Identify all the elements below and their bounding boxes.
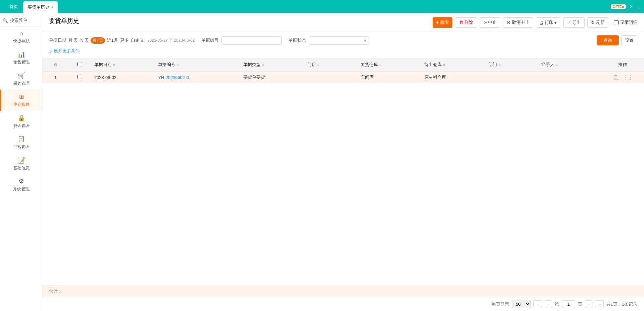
date-range-text: 2023-05-27 至 2023-06-02	[147, 38, 195, 43]
stop-button[interactable]: ⊘ 中止	[480, 17, 501, 28]
close-window-icon[interactable]: ×	[630, 4, 633, 10]
select-all-checkbox[interactable]	[77, 62, 82, 66]
col-req-wh[interactable]: 要货仓库⇅	[357, 58, 421, 72]
row-wait-wh: 原材料仓库	[420, 72, 484, 83]
purchase-icon: 🛒	[18, 72, 25, 79]
date-today[interactable]: 今天	[80, 37, 89, 43]
sidebar-item-finance-label: 资金管理	[13, 123, 30, 129]
prev-page-btn[interactable]: ‹	[545, 300, 552, 308]
sort-store-icon: ⇅	[317, 63, 320, 67]
quick-nav-icon: ⌂	[20, 30, 23, 37]
add-button[interactable]: + 新增	[433, 17, 452, 28]
date-more[interactable]: 更多	[120, 37, 129, 43]
data-table: ⚙ 单据日期⇅ 单据编号⇅ 单据类型⇅	[42, 58, 644, 83]
search-icon: 🔍	[3, 18, 8, 23]
toolbar: + 新增 🗑 删除 ⊘ 中止 ⊘ 取消中止 🖨 打印 ▾ ↗ 导出 ↻ 刷新	[433, 17, 637, 28]
col-dept[interactable]: 部门⇅	[484, 58, 538, 72]
sidebar-item-sales-label: 销售管理	[13, 59, 30, 65]
sort-wait-wh-icon: ⇅	[443, 63, 445, 67]
system-icon: ⚙	[19, 178, 24, 185]
show-detail-input[interactable]	[614, 20, 619, 25]
sort-date-icon: ⇅	[113, 63, 115, 67]
col-no[interactable]: 单据编号⇅	[154, 58, 239, 72]
query-button[interactable]: 查询	[597, 35, 619, 45]
row-req-wh: 车间库	[357, 72, 421, 83]
sidebar-item-operation[interactable]: 📋 经营管理	[0, 132, 42, 153]
print-icon: 🖨	[539, 20, 544, 25]
print-dropdown-icon: ▾	[554, 20, 557, 25]
show-detail-label: 显示明细	[620, 19, 637, 26]
sort-req-wh-icon: ⇅	[379, 63, 382, 67]
row-handler	[537, 72, 601, 83]
row-check[interactable]	[69, 72, 90, 83]
delete-button[interactable]: 🗑 删除	[455, 17, 477, 28]
show-detail-checkbox[interactable]: 显示明细	[614, 19, 637, 26]
last-page-btn[interactable]: »	[595, 300, 603, 308]
col-store[interactable]: 门店⇅	[303, 58, 357, 72]
maximize-icon[interactable]: □	[637, 4, 640, 10]
page-number-input[interactable]	[562, 300, 575, 308]
date-filter-group: 单据日期 昨天 今天 近7天 近1月 更多 自定义	[49, 37, 144, 44]
col-wait-wh[interactable]: 待出仓库⇅	[420, 58, 484, 72]
date-custom[interactable]: 自定义	[131, 37, 144, 43]
page-prefix-label: 第	[555, 301, 559, 307]
col-gear[interactable]: ⚙	[42, 58, 69, 72]
sidebar-item-quick-nav[interactable]: ⌂ 快捷导航	[0, 27, 42, 47]
sidebar-item-finance[interactable]: 🔒 资金管理	[0, 111, 42, 132]
sidebar-item-inventory-label: 库存核算	[13, 102, 30, 107]
sidebar-item-sales[interactable]: 📊 销售管理	[0, 47, 42, 69]
row-no: YH-20230602-0	[154, 72, 239, 83]
sidebar-item-purchase[interactable]: 🛒 采购管理	[0, 69, 42, 90]
sort-type-icon: ⇅	[262, 63, 264, 67]
row-index: 1	[42, 72, 69, 83]
tab-home[interactable]: 首页	[4, 0, 23, 13]
tab-active[interactable]: 要货单历史 ×	[23, 1, 58, 13]
expand-more-btn[interactable]: ∨ 展开更多条件	[49, 48, 637, 54]
row-edit-icon[interactable]: 📋	[613, 74, 619, 80]
row-more-icon[interactable]: ⋮⋮	[623, 74, 633, 80]
date-1month[interactable]: 近1月	[107, 37, 118, 43]
row-no-link[interactable]: YH-20230602-0	[158, 75, 189, 80]
expand-icon: ∨	[49, 49, 52, 54]
total-info: 共1页，1条记录	[606, 301, 637, 307]
footer-label: 合计：	[49, 288, 62, 294]
col-check	[69, 58, 90, 72]
table-footer: 合计：	[42, 285, 644, 297]
status-filter-select[interactable]	[309, 36, 369, 45]
sidebar-search-label: 搜索菜单	[10, 17, 28, 24]
page-suffix-label: 页	[578, 301, 582, 307]
filter-actions: 查询 设置	[597, 35, 637, 45]
docno-filter-input[interactable]	[221, 36, 282, 45]
sidebar-item-basic[interactable]: 📝 基础信息	[0, 153, 42, 174]
row-actions: 📋 ⋮⋮	[601, 72, 644, 83]
row-date: 2023-06-02	[90, 72, 154, 83]
sort-no-icon: ⇅	[176, 63, 179, 67]
cancel-stop-button[interactable]: ⊘ 取消中止	[503, 17, 533, 28]
col-handler[interactable]: 经手人⇅	[537, 58, 601, 72]
row-checkbox[interactable]	[77, 75, 82, 79]
finance-icon: 🔒	[18, 114, 25, 122]
first-page-btn[interactable]: «	[533, 300, 542, 308]
date-7days[interactable]: 近7天	[91, 37, 105, 44]
sidebar-item-system-label: 系统管理	[13, 186, 30, 192]
tab-close-icon[interactable]: ×	[51, 5, 54, 10]
sidebar-item-inventory[interactable]: ⊞ 库存核算	[0, 90, 42, 111]
export-button[interactable]: ↗ 导出	[563, 17, 585, 28]
sidebar-item-system[interactable]: ⚙ 系统管理	[0, 174, 42, 195]
filter-area: 单据日期 昨天 今天 近7天 近1月 更多 自定义 2023-05-27 至 2…	[42, 31, 644, 58]
page-header: 要货单历史 + 新增 🗑 删除 ⊘ 中止 ⊘ 取消中止 🖨 打印 ▾ ↗ 导出 …	[42, 13, 644, 31]
date-range-display: 2023-05-27 至 2023-06-02	[147, 38, 195, 43]
row-dept	[484, 72, 538, 83]
sidebar-search[interactable]: 🔍 搜索菜单	[0, 13, 42, 27]
operation-icon: 📋	[18, 135, 25, 143]
top-bar-actions: OfTEn × □	[611, 4, 640, 10]
date-yesterday[interactable]: 昨天	[69, 37, 78, 43]
table-container: ⚙ 单据日期⇅ 单据编号⇅ 单据类型⇅	[42, 58, 644, 285]
refresh-button[interactable]: ↻ 刷新	[587, 17, 608, 28]
print-button[interactable]: 🖨 打印 ▾	[536, 17, 560, 28]
per-page-select[interactable]: 50 100	[512, 300, 531, 308]
next-page-btn[interactable]: ›	[585, 300, 592, 308]
col-date[interactable]: 单据日期⇅	[90, 58, 154, 72]
settings-button[interactable]: 设置	[621, 35, 637, 45]
col-type[interactable]: 单据类型⇅	[239, 58, 303, 72]
